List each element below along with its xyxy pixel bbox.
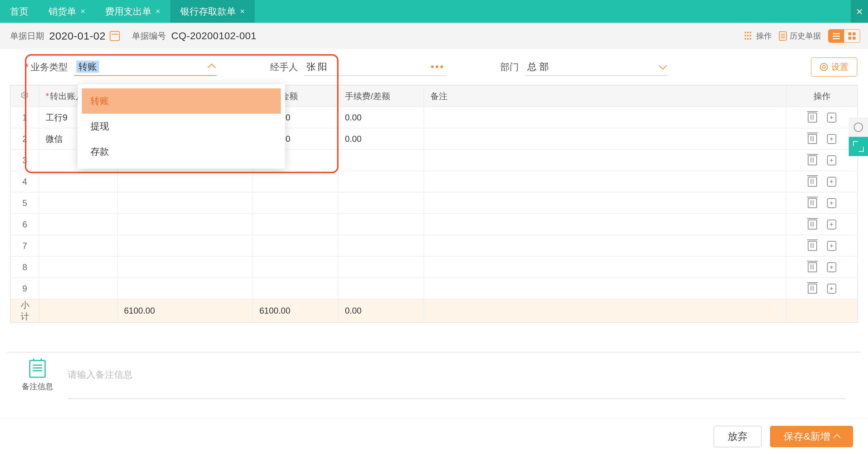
biz-type-option[interactable]: 转账 (82, 88, 281, 114)
tab-home[interactable]: 首页 (0, 0, 38, 23)
save-new-label: 保存&新增 (784, 430, 830, 443)
calendar-icon[interactable] (110, 31, 120, 41)
cell-hidden[interactable] (118, 278, 253, 299)
subtotal-out: 6100.00 (118, 299, 253, 323)
delete-icon[interactable] (808, 284, 817, 294)
tab-expense[interactable]: 费用支出单× (95, 0, 170, 23)
form-layout-button[interactable] (844, 30, 860, 42)
cell-hidden[interactable] (118, 192, 253, 214)
table-row[interactable]: 7 (11, 235, 858, 257)
biz-type-option[interactable]: 提现 (82, 114, 281, 139)
copy-icon[interactable] (827, 177, 836, 187)
copy-icon[interactable] (827, 220, 836, 229)
cell-out-account[interactable] (39, 235, 118, 257)
cell-in-amount[interactable] (253, 235, 339, 257)
close-icon[interactable]: × (156, 7, 160, 16)
cell-in-amount[interactable] (253, 192, 339, 214)
cell-remark[interactable] (424, 171, 786, 192)
ops-menu[interactable]: 操作 (745, 31, 772, 41)
cell-out-account[interactable] (39, 192, 118, 214)
cell-fee[interactable] (339, 150, 424, 171)
cell-in-amount[interactable] (253, 257, 339, 278)
copy-icon[interactable] (827, 262, 836, 272)
handler-input[interactable]: 张阳 ••• (304, 58, 447, 76)
table-row[interactable]: 6 (11, 214, 858, 235)
cell-remark[interactable] (424, 257, 786, 278)
delete-icon[interactable] (808, 113, 817, 123)
chevron-up-icon (209, 64, 215, 69)
cell-remark[interactable] (424, 214, 786, 235)
attachment-button[interactable] (849, 118, 868, 137)
cell-in-amount[interactable] (253, 171, 339, 192)
expand-icon (854, 142, 863, 151)
cell-out-account[interactable] (39, 214, 118, 235)
expand-button[interactable] (849, 137, 868, 156)
cell-remark[interactable] (424, 192, 786, 214)
close-icon[interactable]: × (81, 7, 85, 16)
cell-remark[interactable] (424, 107, 786, 128)
table-row[interactable]: 8 (11, 257, 858, 278)
settings-button[interactable]: 设置 (811, 57, 857, 77)
cell-out-account[interactable] (39, 257, 118, 278)
layout-toggle (828, 29, 860, 43)
col-ops: 操作 (786, 86, 858, 107)
cell-fee[interactable] (339, 235, 424, 257)
cell-remark[interactable] (424, 235, 786, 257)
copy-icon[interactable] (827, 241, 836, 251)
cell-fee[interactable] (339, 257, 424, 278)
cell-remark[interactable] (424, 128, 786, 150)
delete-icon[interactable] (808, 262, 817, 272)
column-config[interactable] (11, 86, 39, 107)
delete-icon[interactable] (808, 198, 817, 208)
biz-type-dropdown: 转账 提现 存款 (78, 84, 285, 169)
row-number: 4 (11, 171, 39, 192)
cell-in-amount[interactable] (253, 214, 339, 235)
row-number: 1 (11, 107, 39, 128)
list-layout-button[interactable] (828, 30, 844, 42)
dept-select[interactable]: 总部 (525, 58, 668, 76)
table-row[interactable]: 5 (11, 192, 858, 214)
cell-out-account[interactable] (39, 171, 118, 192)
cell-fee[interactable] (339, 171, 424, 192)
history-link[interactable]: 历史单据 (779, 31, 821, 41)
row-number: 8 (11, 257, 39, 278)
copy-icon[interactable] (827, 284, 836, 294)
cell-remark[interactable] (424, 150, 786, 171)
biz-type-option[interactable]: 存款 (82, 139, 281, 164)
tab-home-label: 首页 (10, 5, 29, 18)
biz-type-select[interactable]: 转账 (74, 58, 217, 76)
copy-icon[interactable] (827, 134, 836, 144)
tab-sales[interactable]: 销货单× (38, 0, 95, 23)
cell-out-account[interactable] (39, 278, 118, 299)
document-icon (779, 31, 787, 41)
copy-icon[interactable] (827, 113, 836, 123)
remark-input[interactable]: 请输入备注信息 (68, 368, 846, 399)
discard-button[interactable]: 放弃 (714, 426, 761, 447)
tab-bank[interactable]: 银行存取款单× (170, 0, 255, 23)
cell-in-amount[interactable] (253, 278, 339, 299)
copy-icon[interactable] (827, 155, 836, 165)
delete-icon[interactable] (808, 220, 817, 229)
cell-hidden[interactable] (118, 235, 253, 257)
date-value[interactable]: 2020-01-02 (49, 30, 105, 42)
delete-icon[interactable] (808, 155, 817, 165)
cell-fee[interactable] (339, 192, 424, 214)
more-icon[interactable]: ••• (431, 61, 445, 72)
save-new-button[interactable]: 保存&新增 (770, 426, 853, 447)
cell-hidden[interactable] (118, 171, 253, 192)
table-row[interactable]: 9 (11, 278, 858, 299)
delete-icon[interactable] (808, 134, 817, 144)
cell-remark[interactable] (424, 278, 786, 299)
cell-fee[interactable]: 0.00 (339, 128, 424, 150)
cell-fee[interactable]: 0.00 (339, 107, 424, 128)
copy-icon[interactable] (827, 198, 836, 208)
panel-close-button[interactable]: × (851, 0, 868, 23)
cell-hidden[interactable] (118, 257, 253, 278)
cell-fee[interactable] (339, 278, 424, 299)
delete-icon[interactable] (808, 241, 817, 251)
table-row[interactable]: 4 (11, 171, 858, 192)
cell-fee[interactable] (339, 214, 424, 235)
close-icon[interactable]: × (240, 7, 245, 16)
delete-icon[interactable] (808, 177, 817, 187)
cell-hidden[interactable] (118, 214, 253, 235)
